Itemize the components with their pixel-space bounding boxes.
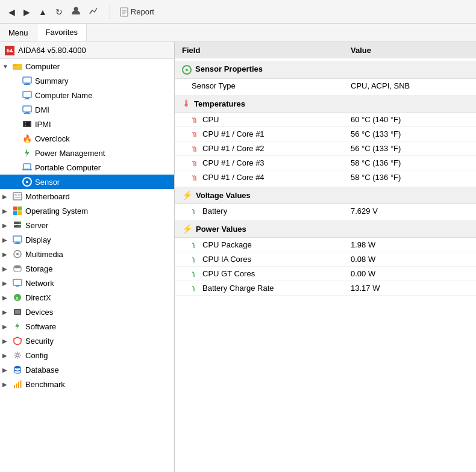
svg-rect-10 — [24, 84, 30, 85]
toolbar-separator — [110, 5, 110, 19]
nav-up-button[interactable]: ▲ — [35, 4, 51, 20]
app-title: AIDA64 v5.80.4000 — [18, 46, 86, 55]
sidebar-item-overclock[interactable]: 🔥 Overclock — [0, 131, 174, 146]
sidebar-item-ipmi[interactable]: IPMI — [0, 117, 174, 131]
portable-computer-icon — [22, 162, 33, 173]
report-label: Report — [131, 7, 154, 16]
sidebar-item-devices[interactable]: ▶ Devices — [0, 305, 174, 319]
sidebar-label-storage: Storage — [25, 264, 53, 273]
svg-rect-30 — [18, 211, 22, 216]
value-cell: 1.98 W — [343, 238, 476, 252]
section-header-temperatures: 🌡Temperatures — [175, 94, 476, 113]
nav-back-button[interactable]: ◀ — [5, 4, 19, 20]
os-icon — [12, 205, 23, 216]
data-table: Field Value ●Sensor PropertiesSensor Typ… — [175, 42, 476, 296]
col-header-field: Field — [175, 42, 343, 60]
field-cell: Sensor Type — [175, 79, 343, 95]
sidebar-item-directx[interactable]: ▶ X DirectX — [0, 290, 174, 305]
sidebar-item-database[interactable]: ▶ Database — [0, 362, 174, 377]
sidebar-item-software[interactable]: ▶ Software — [0, 319, 174, 334]
computer-folder-icon — [12, 61, 23, 72]
svg-rect-14 — [23, 106, 31, 112]
nav-buttons: ◀ ▶ ▲ ↻ — [5, 4, 102, 20]
svg-point-39 — [16, 253, 19, 255]
summary-icon — [22, 75, 33, 86]
sidebar-item-computer-name[interactable]: Computer Name — [0, 88, 174, 102]
sidebar-label-directx: DirectX — [25, 293, 51, 302]
main-layout: 64 AIDA64 v5.80.4000 ▼ Computer Summary — [0, 42, 476, 472]
value-cell: 60 °C (140 °F) — [343, 113, 476, 127]
field-cell: CPU — [175, 113, 343, 127]
toolbar: ◀ ▶ ▲ ↻ Report — [0, 0, 476, 24]
svg-rect-24 — [14, 194, 17, 196]
app-header: 64 AIDA64 v5.80.4000 — [0, 42, 174, 59]
sidebar-label-motherboard: Motherboard — [25, 192, 70, 201]
menu-item-menu[interactable]: Menu — [0, 24, 37, 42]
field-cell: CPU #1 / Core #4 — [175, 170, 343, 186]
sidebar-item-security[interactable]: ▶ Security — [0, 334, 174, 348]
sidebar-item-motherboard[interactable]: ▶ Motherboard — [0, 189, 174, 203]
table-row: CPU #1 / Core #358 °C (136 °F) — [175, 156, 476, 170]
section-header-power-values: ⚡Power Values — [175, 219, 476, 238]
svg-rect-7 — [13, 64, 17, 65]
menu-item-favorites[interactable]: Favorites — [37, 24, 87, 42]
field-cell: CPU Package — [175, 238, 343, 252]
table-row: CPU IA Cores0.08 W — [175, 252, 476, 267]
svg-rect-11 — [23, 92, 31, 98]
svg-rect-37 — [14, 243, 20, 244]
nav-chart-button[interactable] — [86, 4, 102, 20]
sidebar-item-computer[interactable]: ▼ Computer — [0, 59, 174, 73]
section-header-voltage-values: ⚡Voltage Values — [175, 185, 476, 204]
sidebar-label-devices: Devices — [25, 308, 53, 317]
sidebar-item-portable-computer[interactable]: Portable Computer — [0, 160, 174, 175]
svg-rect-15 — [25, 112, 29, 113]
svg-rect-42 — [16, 285, 19, 287]
svg-rect-8 — [23, 77, 31, 83]
svg-point-19 — [25, 122, 26, 123]
sidebar-item-dmi[interactable]: DMI — [0, 102, 174, 117]
field-cell: CPU IA Cores — [175, 252, 343, 267]
sidebar-item-server[interactable]: ▶ Server — [0, 218, 174, 232]
menubar: Menu Favorites — [0, 24, 476, 42]
computer-name-icon — [22, 90, 33, 101]
field-cell: CPU #1 / Core #1 — [175, 127, 343, 141]
sidebar-item-os[interactable]: ▶ Operating System — [0, 203, 174, 218]
sidebar-item-benchmark[interactable]: ▶ Benchmark — [0, 377, 174, 391]
sidebar-label-overclock: Overclock — [35, 134, 70, 143]
svg-rect-26 — [14, 197, 20, 198]
svg-rect-28 — [18, 206, 22, 211]
sidebar-item-storage[interactable]: ▶ Storage — [0, 261, 174, 276]
svg-rect-52 — [20, 380, 22, 388]
sidebar-item-config[interactable]: ▶ Config — [0, 348, 174, 362]
sidebar-item-power-management[interactable]: Power Management — [0, 146, 174, 160]
sidebar-label-computer-name: Computer Name — [35, 91, 92, 100]
svg-rect-36 — [16, 242, 19, 243]
sidebar-label-dmi: DMI — [35, 105, 49, 114]
sidebar-item-sensor[interactable]: ● Sensor — [0, 175, 174, 189]
sidebar-label-database: Database — [25, 365, 59, 374]
svg-point-20 — [25, 125, 26, 126]
svg-point-33 — [19, 222, 20, 223]
nav-refresh-button[interactable]: ↻ — [52, 4, 66, 20]
nav-forward-button[interactable]: ▶ — [20, 4, 34, 20]
sidebar-item-summary[interactable]: Summary — [0, 73, 174, 88]
svg-rect-12 — [25, 98, 29, 99]
sidebar-item-display[interactable]: ▶ Display — [0, 232, 174, 247]
sidebar-label-config: Config — [25, 351, 48, 360]
svg-point-48 — [14, 366, 20, 368]
value-cell: 58 °C (136 °F) — [343, 170, 476, 186]
sidebar-label-server: Server — [25, 221, 48, 230]
nav-user-button[interactable] — [67, 4, 84, 20]
svg-rect-13 — [24, 99, 30, 99]
section-header-sensor-properties: ●Sensor Properties — [175, 60, 476, 79]
table-row: Battery7.629 V — [175, 204, 476, 220]
table-row: CPU #1 / Core #458 °C (136 °F) — [175, 170, 476, 186]
value-cell: 7.629 V — [343, 204, 476, 220]
sidebar-item-network[interactable]: ▶ Network — [0, 276, 174, 290]
svg-text:X: X — [16, 296, 19, 300]
svg-point-47 — [16, 354, 19, 357]
report-button[interactable]: Report — [115, 5, 159, 19]
multimedia-icon — [12, 249, 23, 259]
sidebar-item-multimedia[interactable]: ▶ Multimedia — [0, 247, 174, 261]
network-icon — [12, 278, 23, 288]
